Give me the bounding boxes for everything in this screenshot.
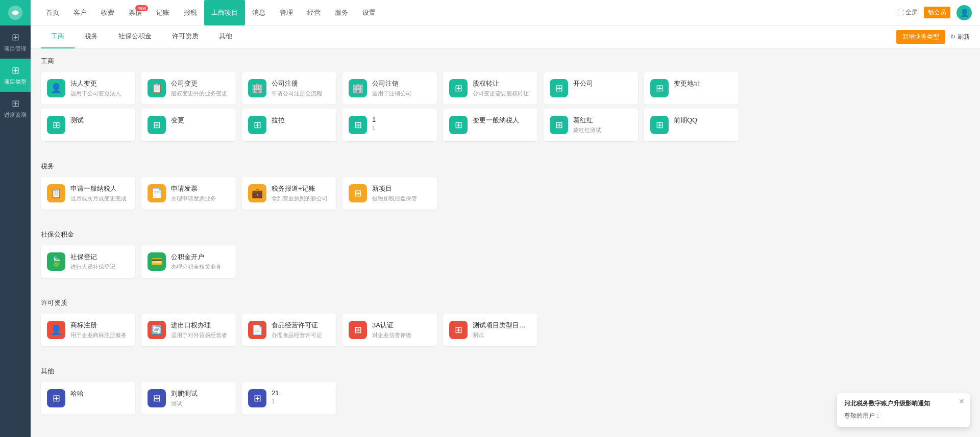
- nav-manage[interactable]: 管理: [273, 0, 300, 25]
- card-company-register[interactable]: 🏢 公司注册 申请公司注册全流程: [242, 72, 336, 105]
- card-desc: 公司变更需要股权转让: [473, 90, 531, 97]
- card-title: 新项目: [372, 184, 431, 193]
- tax-cards-grid: 📋 申请一般纳税人 当月或次月成变更完成 📄 申请发票 办理申请发票业务 💼: [41, 177, 970, 210]
- tab-social[interactable]: 社保公积金: [108, 25, 162, 48]
- other-section-title: 其他: [41, 367, 970, 376]
- nav-service[interactable]: 服务: [328, 0, 355, 25]
- card-icon: ⊞: [349, 116, 367, 134]
- tabs-bar: 工商 税务 社保公积金 许可资质 其他 新增业务类型 ↻ 刷新: [31, 25, 980, 48]
- card-legal-change[interactable]: 👤 法人变更 适用于公司变更法人: [41, 72, 135, 105]
- fullscreen-btn[interactable]: ⛶ 全屏: [897, 8, 918, 17]
- card-icon: ⊞: [650, 116, 669, 134]
- card-change-address[interactable]: ⊞ 变更地址: [644, 72, 739, 105]
- card-apply-invoice[interactable]: 📄 申请发票 办理申请发票业务: [141, 177, 236, 210]
- tab-license[interactable]: 许可资质: [162, 25, 209, 48]
- card-icon: ⊞: [47, 116, 65, 134]
- card-one[interactable]: ⊞ 1 1: [342, 109, 437, 141]
- card-equity-transfer[interactable]: ⊞ 股权转让 公司变更需要股权转让: [443, 72, 537, 105]
- project-type-icon: ⊞: [12, 65, 19, 76]
- card-twenty-one[interactable]: ⊞ 21 1: [242, 382, 336, 415]
- nav-operation[interactable]: 经营: [300, 0, 328, 25]
- new-type-button[interactable]: 新增业务类型: [896, 30, 945, 44]
- card-import-export[interactable]: 🔄 进出口权办理 适用于对外贸易经营者: [141, 314, 236, 346]
- card-title: 股权转让: [473, 79, 531, 88]
- tab-other[interactable]: 其他: [209, 25, 242, 48]
- nav-message[interactable]: 消息: [245, 0, 273, 25]
- card-icon: ⊞: [248, 389, 266, 407]
- refresh-button[interactable]: ↻ 刷新: [950, 33, 970, 41]
- nav-settings[interactable]: 设置: [355, 0, 383, 25]
- card-icon: ⊞: [449, 321, 468, 339]
- card-3a-cert[interactable]: ⊞ 3A认证 对企业信誉评级: [342, 314, 437, 346]
- card-open-company[interactable]: ⊞ 开公司: [544, 72, 638, 105]
- card-food-license[interactable]: 📄 食品经营许可证 办理食品经营许可证: [242, 314, 336, 346]
- card-desc: 适用于公司变更法人: [70, 90, 129, 97]
- card-title: 税务报道+记账: [272, 184, 330, 193]
- card-apply-taxpayer[interactable]: 📋 申请一般纳税人 当月或次月成变更完成: [41, 177, 135, 210]
- card-social-register[interactable]: 🍃 社保登记 进行人员社保登记: [41, 245, 135, 278]
- business-section-title: 工商: [41, 57, 970, 66]
- card-title: 拉拉: [272, 116, 330, 125]
- card-test[interactable]: ⊞ 测试: [41, 109, 135, 141]
- top-nav: 首页 客户 收费 票据 new 记账 报税 工商项目 消息 管理 经营 服务 设…: [31, 0, 980, 25]
- card-icon: 🏢: [349, 79, 367, 97]
- card-title: 3A认证: [372, 321, 431, 330]
- tab-tax[interactable]: 税务: [75, 25, 108, 48]
- card-desc: 拿到营业执照的新公司: [272, 195, 330, 202]
- card-liupeng-test[interactable]: ⊞ 刘鹏测试 测试: [141, 382, 236, 415]
- nav-customer[interactable]: 客户: [66, 0, 94, 25]
- card-company-change[interactable]: 📋 公司变更 股权变更外的业务变更: [141, 72, 236, 105]
- nav-bookkeeping[interactable]: 记账: [149, 0, 177, 25]
- notification-close-button[interactable]: ✕: [959, 397, 965, 405]
- content-area: 工商 税务 社保公积金 许可资质 其他 新增业务类型 ↻ 刷新 工商 👤 法人变…: [31, 25, 980, 437]
- card-title: 商标注册: [70, 321, 129, 330]
- tax-section: 税务 📋 申请一般纳税人 当月或次月成变更完成 📄 申请发票 办理申请发票业务: [31, 153, 980, 222]
- card-mohonghong[interactable]: ⊞ 葛红红 葛红红测试: [544, 109, 638, 141]
- card-desc: 适用于注销公司: [372, 90, 431, 97]
- vip-button[interactable]: 畅会员: [924, 7, 950, 18]
- card-icon: ⊞: [248, 116, 266, 134]
- notification-popup: ✕ 河北税务数字账户升级影响通知 尊敬的用户：: [837, 393, 970, 427]
- card-tax-report[interactable]: 💼 税务报道+记账 拿到营业执照的新公司: [242, 177, 336, 210]
- card-desc: 进行人员社保登记: [70, 263, 129, 271]
- fullscreen-icon: ⛶: [897, 9, 903, 16]
- nav-tax[interactable]: 报税: [177, 0, 204, 25]
- card-test-type[interactable]: ⊞ 测试项目类型目定义 测试: [443, 314, 537, 346]
- card-title: 法人变更: [70, 79, 129, 88]
- social-cards-grid: 🍃 社保登记 进行人员社保登记 💳 公积金开户 办理公积金相关业务: [41, 245, 970, 278]
- sidebar-item-project-type[interactable]: ⊞ 项目类型: [0, 59, 31, 92]
- card-title: 公司注销: [372, 79, 431, 88]
- card-lala[interactable]: ⊞ 拉拉: [242, 109, 336, 141]
- card-haha[interactable]: ⊞ 哈哈: [41, 382, 135, 415]
- card-trademark[interactable]: 👤 商标注册 用于企业商标注册服务: [41, 314, 135, 346]
- card-title: 测试: [70, 116, 129, 125]
- card-icon: ⊞: [449, 116, 468, 134]
- card-change-taxpayer[interactable]: ⊞ 变更一般纳税人: [443, 109, 537, 141]
- nav-billing[interactable]: 收费: [94, 0, 121, 25]
- progress-monitor-icon: ⊞: [12, 98, 19, 109]
- card-icon: ⊞: [650, 79, 669, 97]
- card-icon: 👤: [47, 79, 65, 97]
- card-company-cancel[interactable]: 🏢 公司注销 适用于注销公司: [342, 72, 437, 105]
- card-icon: 💳: [148, 252, 166, 271]
- card-desc: 报税加税控盘保管: [372, 195, 431, 202]
- card-fund-open[interactable]: 💳 公积金开户 办理公积金相关业务: [141, 245, 236, 278]
- nav-home[interactable]: 首页: [39, 0, 66, 25]
- nav-invoice[interactable]: 票据 new: [121, 0, 149, 25]
- card-change[interactable]: ⊞ 变更: [141, 109, 236, 141]
- card-icon: ⊞: [349, 321, 367, 339]
- sidebar-item-progress-monitor[interactable]: ⊞ 进度监测: [0, 92, 31, 125]
- card-title: 变更一般纳税人: [473, 116, 531, 125]
- card-title: 哈哈: [70, 389, 129, 398]
- sidebar-logo: [0, 0, 31, 25]
- avatar[interactable]: 👤: [957, 5, 972, 20]
- card-new-project[interactable]: ⊞ 新项目 报税加税控盘保管: [342, 177, 437, 210]
- notification-title: 河北税务数字账户升级影响通知: [844, 399, 963, 408]
- sidebar-item-project-manage[interactable]: ⊞ 项目管理: [0, 25, 31, 59]
- card-icon: ⊞: [550, 79, 568, 97]
- card-early-qq[interactable]: ⊞ 前期QQ: [644, 109, 739, 141]
- tab-business[interactable]: 工商: [41, 25, 75, 48]
- nav-business[interactable]: 工商项目: [204, 0, 245, 25]
- card-desc: 适用于对外贸易经营者: [171, 331, 230, 339]
- card-desc: 用于企业商标注册服务: [70, 331, 129, 339]
